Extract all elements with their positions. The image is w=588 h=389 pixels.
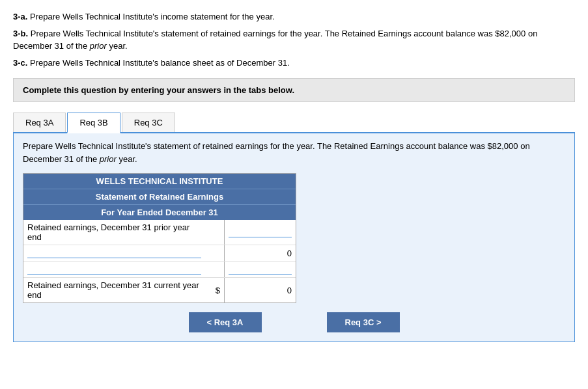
complete-instruction-text: Complete this question by entering your …: [23, 85, 294, 95]
row3-value-cell[interactable]: [225, 262, 296, 278]
instructions-section: 3-a. Prepare Wells Technical Institute's…: [13, 10, 575, 69]
row1-label: Retained earnings, December 31 prior yea…: [23, 220, 205, 245]
row3-input[interactable]: [229, 264, 292, 275]
tab-req3a-label: Req 3A: [25, 118, 53, 127]
row3-dollar: [205, 262, 225, 278]
row4-value-text: 0: [287, 286, 292, 295]
title2-text: Statement of Retained Earnings: [96, 192, 223, 202]
row2-value-text: 0: [287, 248, 292, 258]
table-header: WELLS TECHNICAL INSTITUTE Statement of R…: [23, 174, 296, 220]
label-3c: 3-c.: [13, 58, 27, 68]
row4-label-text: Retained earnings, December 31 current y…: [27, 280, 199, 300]
complete-instruction-box: Complete this question by entering your …: [13, 78, 575, 102]
row1-input[interactable]: [229, 227, 292, 237]
nav-buttons: < Req 3A Req 3C >: [23, 312, 565, 332]
text-3a: Prepare Wells Technical Institute's inco…: [30, 12, 275, 21]
prev-button[interactable]: < Req 3A: [189, 312, 262, 332]
tab-desc-text: Prepare Wells Technical Institute's stat…: [23, 141, 530, 164]
row4-dollar-text: $: [216, 286, 220, 295]
financial-statement-container: WELLS TECHNICAL INSTITUTE Statement of R…: [23, 173, 296, 303]
title1-text: WELLS TECHNICAL INSTITUTE: [96, 176, 223, 186]
tab-req3b[interactable]: Req 3B: [67, 113, 120, 133]
row1-dollar: [205, 220, 225, 245]
financial-table: Retained earnings, December 31 prior yea…: [23, 220, 296, 302]
row4-value-cell: 0: [225, 278, 296, 303]
row2-value-cell: 0: [225, 245, 296, 262]
table-row: [23, 262, 296, 278]
row1-label-text: Retained earnings, December 31 prior yea…: [27, 222, 189, 242]
tab-req3c[interactable]: Req 3C: [122, 113, 175, 132]
row2-dollar: [205, 245, 225, 262]
row4-label: Retained earnings, December 31 current y…: [23, 278, 205, 303]
table-row: 0: [23, 245, 296, 262]
title3-text: For Year Ended December 31: [101, 208, 218, 217]
tab-req3b-label: Req 3B: [79, 118, 107, 127]
table-row: Retained earnings, December 31 current y…: [23, 278, 296, 303]
next-button[interactable]: Req 3C >: [327, 312, 400, 332]
tab-description: Prepare Wells Technical Institute's stat…: [23, 140, 565, 165]
label-3a: 3-a.: [13, 12, 27, 21]
text-3c: Prepare Wells Technical Institute's bala…: [30, 58, 290, 68]
prev-button-label: < Req 3A: [207, 317, 244, 327]
row2-label-input[interactable]: [27, 248, 201, 258]
header-title1: WELLS TECHNICAL INSTITUTE: [23, 174, 296, 189]
tab-content-area: Prepare Wells Technical Institute's stat…: [13, 133, 575, 342]
table-row: Retained earnings, December 31 prior yea…: [23, 220, 296, 245]
instruction-line3: 3-c. Prepare Wells Technical Institute's…: [13, 57, 575, 70]
label-3b: 3-b.: [13, 29, 28, 38]
instruction-line1: 3-a. Prepare Wells Technical Institute's…: [13, 10, 575, 23]
row4-dollar: $: [205, 278, 225, 303]
instruction-line2: 3-b. Prepare Wells Technical Institute's…: [13, 27, 575, 53]
next-button-label: Req 3C >: [345, 317, 382, 327]
row3-label[interactable]: [23, 262, 205, 278]
tab-req3c-label: Req 3C: [134, 118, 163, 127]
header-title2: Statement of Retained Earnings: [23, 189, 296, 205]
row1-value-cell[interactable]: [225, 220, 296, 245]
text-3b: Prepare Wells Technical Institute's stat…: [13, 29, 537, 51]
tabs-row: Req 3A Req 3B Req 3C: [13, 113, 575, 133]
row2-label[interactable]: [23, 245, 205, 262]
page-container: 3-a. Prepare Wells Technical Institute's…: [0, 0, 588, 389]
tab-req3a[interactable]: Req 3A: [13, 113, 66, 132]
header-title3: For Year Ended December 31: [23, 205, 296, 220]
row3-label-input[interactable]: [27, 264, 201, 275]
